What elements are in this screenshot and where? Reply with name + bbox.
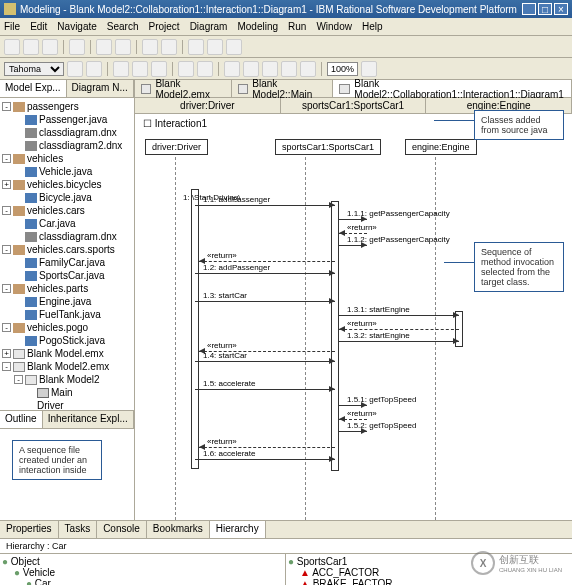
menu-diagram[interactable]: Diagram	[190, 21, 228, 32]
message-line[interactable]	[199, 447, 335, 448]
maximize-button[interactable]: □	[538, 3, 552, 15]
tree-item[interactable]: -vehicles	[2, 152, 132, 165]
menu-window[interactable]: Window	[316, 21, 352, 32]
message-line[interactable]	[195, 389, 335, 390]
tree-item[interactable]: Driver	[2, 399, 132, 410]
tree-toggle-icon[interactable]: -	[2, 154, 11, 163]
align-icon[interactable]	[151, 61, 167, 77]
tree-item[interactable]: Vehicle.java	[2, 165, 132, 178]
hierarchy-item[interactable]: ● Vehicle	[2, 567, 283, 578]
hierarchy-field[interactable]: ▲ BRAKE_FACTOR	[288, 578, 570, 585]
outline-tab[interactable]: Inheritance Expl...	[43, 411, 134, 428]
color-icon[interactable]	[178, 61, 194, 77]
lifeline-box[interactable]: engine:Engine	[405, 139, 477, 155]
build-icon[interactable]	[69, 39, 85, 55]
message-line[interactable]	[195, 301, 335, 302]
tree-item[interactable]: -Blank Model2	[2, 373, 132, 386]
tree-item[interactable]: SportsCar.java	[2, 269, 132, 282]
model-explorer-tree[interactable]: -passengersPassenger.javaclassdiagram.dn…	[0, 98, 134, 410]
tool-icon[interactable]	[262, 61, 278, 77]
tree-item[interactable]: -Blank Model2.emx	[2, 360, 132, 373]
bottom-tab-tasks[interactable]: Tasks	[59, 521, 98, 538]
tree-toggle-icon[interactable]: -	[2, 362, 11, 371]
tree-toggle-icon[interactable]: -	[2, 284, 11, 293]
left-tab[interactable]: Model Exp...	[0, 80, 67, 97]
bottom-tab-console[interactable]: Console	[97, 521, 147, 538]
bold-icon[interactable]	[67, 61, 83, 77]
tree-item[interactable]: classdiagram.dnx	[2, 126, 132, 139]
bottom-tab-bookmarks[interactable]: Bookmarks	[147, 521, 210, 538]
left-tab[interactable]: Diagram N...	[67, 80, 134, 97]
tool-icon[interactable]	[142, 39, 158, 55]
tool-icon[interactable]	[207, 39, 223, 55]
tool-icon[interactable]	[226, 39, 242, 55]
hierarchy-item[interactable]: ● Object	[2, 556, 283, 567]
tree-toggle-icon[interactable]: +	[2, 180, 11, 189]
tree-toggle-icon[interactable]: -	[2, 245, 11, 254]
save-icon[interactable]	[23, 39, 39, 55]
tool-icon[interactable]	[224, 61, 240, 77]
tool-icon[interactable]	[188, 39, 204, 55]
message-line[interactable]	[339, 329, 459, 330]
bottom-tab-properties[interactable]: Properties	[0, 521, 59, 538]
tree-toggle-icon[interactable]: -	[2, 323, 11, 332]
tree-item[interactable]: Passenger.java	[2, 113, 132, 126]
tree-item[interactable]: +Blank Model.emx	[2, 347, 132, 360]
tool-icon[interactable]	[300, 61, 316, 77]
tree-item[interactable]: -vehicles.parts	[2, 282, 132, 295]
tree-item[interactable]: Car.java	[2, 217, 132, 230]
tree-toggle-icon[interactable]: -	[2, 102, 11, 111]
tree-item[interactable]: classdiagram.dnx	[2, 230, 132, 243]
run-icon[interactable]	[115, 39, 131, 55]
new-icon[interactable]	[4, 39, 20, 55]
editor-tab[interactable]: Blank Model2::Collaboration1::Interactio…	[333, 80, 572, 97]
tree-item[interactable]: -vehicles.pogo	[2, 321, 132, 334]
minimize-button[interactable]: _	[522, 3, 536, 15]
italic-icon[interactable]	[86, 61, 102, 77]
tree-item[interactable]: PogoStick.java	[2, 334, 132, 347]
print-icon[interactable]	[42, 39, 58, 55]
lifeline-box[interactable]: driver:Driver	[145, 139, 208, 155]
tree-item[interactable]: +vehicles.bicycles	[2, 178, 132, 191]
tool-icon[interactable]	[161, 39, 177, 55]
menu-search[interactable]: Search	[107, 21, 139, 32]
hierarchy-item[interactable]: ● Car	[2, 578, 283, 585]
menu-edit[interactable]: Edit	[30, 21, 47, 32]
tree-item[interactable]: classdiagram2.dnx	[2, 139, 132, 152]
tree-item[interactable]: Bicycle.java	[2, 191, 132, 204]
tool-icon[interactable]	[243, 61, 259, 77]
tree-item[interactable]: Engine.java	[2, 295, 132, 308]
message-line[interactable]	[195, 459, 335, 460]
menu-navigate[interactable]: Navigate	[57, 21, 96, 32]
close-button[interactable]: ×	[554, 3, 568, 15]
editor-tab[interactable]: Blank Model2.emx	[135, 80, 232, 97]
menu-run[interactable]: Run	[288, 21, 306, 32]
sequence-diagram[interactable]: driver:DriversportsCar1:SportsCar1engine…	[135, 133, 572, 520]
zoom-input[interactable]: 100%	[327, 62, 358, 76]
message-line[interactable]	[195, 205, 335, 206]
tree-toggle-icon[interactable]: -	[2, 206, 11, 215]
tree-item[interactable]: -vehicles.cars.sports	[2, 243, 132, 256]
tree-toggle-icon[interactable]: +	[2, 349, 11, 358]
hierarchy-tree[interactable]: ● Object● Vehicle● Car	[0, 554, 286, 585]
tool-icon[interactable]	[281, 61, 297, 77]
message-line[interactable]	[195, 361, 335, 362]
zoom-icon[interactable]	[361, 61, 377, 77]
outline-tab[interactable]: Outline	[0, 411, 43, 428]
message-line[interactable]	[199, 261, 335, 262]
debug-icon[interactable]	[96, 39, 112, 55]
tree-toggle-icon[interactable]: -	[14, 375, 23, 384]
menu-help[interactable]: Help	[362, 21, 383, 32]
align-icon[interactable]	[113, 61, 129, 77]
align-icon[interactable]	[132, 61, 148, 77]
tree-item[interactable]: FamilyCar.java	[2, 256, 132, 269]
tree-item[interactable]: -passengers	[2, 100, 132, 113]
tree-item[interactable]: FuelTank.java	[2, 308, 132, 321]
message-line[interactable]	[339, 315, 459, 316]
message-line[interactable]	[339, 341, 459, 342]
menu-modeling[interactable]: Modeling	[237, 21, 278, 32]
tree-item[interactable]: Main	[2, 386, 132, 399]
menu-file[interactable]: File	[4, 21, 20, 32]
bottom-tab-hierarchy[interactable]: Hierarchy	[210, 521, 266, 538]
font-select[interactable]: Tahoma	[4, 62, 64, 76]
